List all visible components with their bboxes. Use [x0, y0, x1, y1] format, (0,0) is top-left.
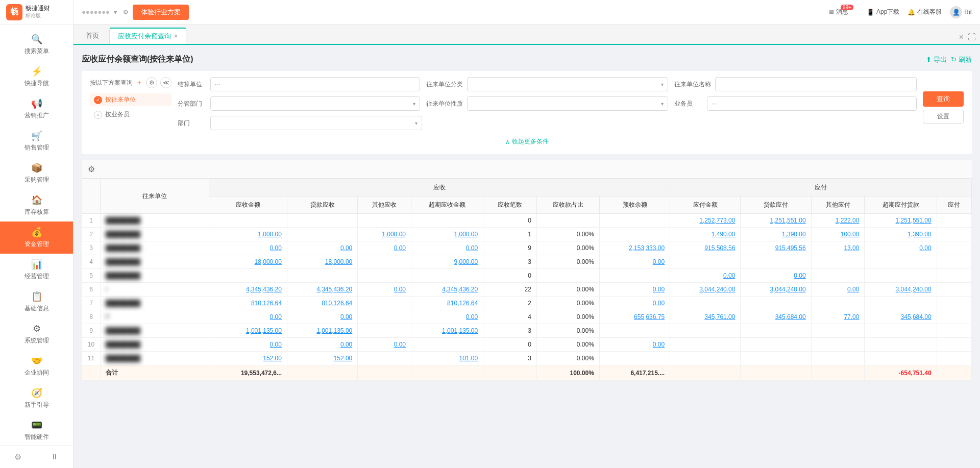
chevron-down-icon-4: ▾ [415, 120, 418, 126]
download-icon: 📱 [867, 9, 874, 16]
cell-yf_last [937, 241, 971, 255]
sidebar-item-purchase[interactable]: 📦 采购管理 [0, 157, 73, 189]
tab-close-icon[interactable]: × [174, 33, 178, 40]
table-row: 9████████1,001,135.001,001,135.001,001,1… [82, 324, 972, 338]
table-wrapper[interactable]: 往来单位 应收 应付 应收金额 贷款应收 其他应收 超期应收金额 应收笔数 应收… [82, 179, 972, 381]
cell-row-num: 3 [82, 241, 101, 255]
sidebar-item-system[interactable]: ⚙ 系统管理 [0, 318, 73, 350]
cell-ysy_ye [599, 352, 670, 365]
filter-option-by-partner[interactable]: ✓ 按往来单位 [90, 93, 172, 106]
cell-ys_zb: 0.00% [536, 228, 599, 241]
field-dept: 部门 ▾ [178, 116, 422, 130]
cell-qt_yf [811, 255, 865, 269]
cell-yf_je: 3,044,240.00 [670, 283, 741, 297]
online-service-button[interactable]: 🔔 在线客服 [908, 8, 942, 16]
footer-total: -654,751.40 [865, 365, 937, 381]
refresh-button[interactable]: ↻ 刷新 [951, 55, 972, 64]
cell-dk_ys: 810,126.64 [287, 297, 357, 310]
table-footer-row: 合计 19,553,472,6... 100.00% 6,417,215....… [82, 365, 972, 381]
top-bar-actions: ✉ 消息 99+ 📱 App下载 🔔 在线客服 👤 Rit [829, 6, 972, 18]
unit-category-input[interactable]: ▾ [467, 77, 669, 91]
dropdown-icon[interactable]: ▾ [114, 9, 117, 16]
collapse-button[interactable]: ∧ 收起更多条件 [90, 135, 964, 148]
table-container: ⚙ 往来单位 应收 应付 应收金额 贷款应收 其他应收 超期应收金额 [82, 160, 972, 381]
sidebar-item-marketing[interactable]: 📢 营销推广 [0, 93, 73, 125]
cell-dk_ys: 0.00 [287, 338, 357, 352]
cell-cq_yf: 1,390.00 [865, 228, 937, 241]
cell-dk_ys [287, 214, 357, 228]
settings-icon[interactable]: ⚙ [123, 9, 129, 16]
sidebar-item-enterprise[interactable]: 🤝 企业协同 [0, 350, 73, 382]
sidebar-item-inventory[interactable]: 🏠 库存核算 [0, 189, 73, 221]
cell-ys_zb [536, 269, 599, 283]
cell-dk_ys: 4,345,436.20 [287, 283, 357, 297]
user-button[interactable]: 👤 Rit [950, 6, 972, 18]
sidebar-item-search[interactable]: 🔍 搜索菜单 [0, 29, 73, 61]
th-cq-yf: 超期应付货款 [865, 196, 937, 214]
inventory-icon: 🏠 [31, 194, 42, 206]
sidebar-item-basic[interactable]: 📋 基础信息 [0, 286, 73, 318]
collapse-sidebar-icon[interactable]: ⏸ [51, 452, 59, 462]
set-button[interactable]: 设置 [923, 110, 964, 124]
footer-empty [82, 365, 101, 381]
cell-ys_bs: 0 [483, 214, 537, 228]
cell-dk_ys: 152.00 [287, 352, 357, 365]
sidebar-item-hardware[interactable]: 📟 智能硬件 [0, 414, 73, 446]
tab-fullscreen-icon[interactable]: ⛶ [968, 33, 976, 42]
dept-input[interactable]: ▾ [210, 116, 422, 130]
sidebar-item-operations[interactable]: 📊 经营管理 [0, 254, 73, 286]
sidebar-item-capital[interactable]: 💰 资金管理 [0, 221, 73, 254]
cell-partner: ████████ [101, 338, 209, 352]
table-settings-icon[interactable]: ⚙ [88, 164, 95, 174]
settings-bottom-icon[interactable]: ⚙ [14, 452, 21, 462]
operations-icon: 📊 [31, 259, 42, 270]
cell-qt_ys [358, 297, 411, 310]
trial-button[interactable]: 体验行业方案 [133, 5, 189, 20]
tab-close-all-icon[interactable]: × [959, 33, 964, 42]
cell-yf_last [937, 214, 971, 228]
th-ys-bs: 应收笔数 [483, 196, 537, 214]
service-icon: 🔔 [908, 9, 915, 16]
filter-tab-chevron-icon[interactable]: ≪ [160, 77, 172, 88]
query-button[interactable]: 查询 [923, 91, 964, 107]
cell-yf_last [937, 255, 971, 269]
th-group-payable: 应付 [670, 179, 972, 196]
add-filter-icon[interactable]: ＋ [136, 78, 143, 87]
unit-nature-input[interactable]: ▾ [467, 96, 669, 111]
sidebar-item-guide[interactable]: 🧭 新手引导 [0, 382, 73, 414]
sidebar-item-sales[interactable]: 🛒 销售管理 [0, 125, 73, 157]
cell-ysk_je: 4,345,436.20 [209, 283, 287, 297]
partner-icon: ✓ [94, 96, 102, 104]
cell-cq_yf [865, 269, 937, 283]
cell-partner: P [101, 310, 209, 324]
message-button[interactable]: ✉ 消息 99+ [829, 8, 848, 16]
filter-option-by-salesperson[interactable]: ○ 按业务员 [90, 108, 172, 121]
page-title: 应收应付余额查询(按往来单位) [82, 54, 193, 65]
sidebar-item-quicknav[interactable]: ⚡ 快捷导航 [0, 61, 73, 93]
filter-tab-settings-icon[interactable]: ⚙ [146, 77, 157, 88]
field-jiesuan-unit: 结算单位 [178, 77, 420, 91]
export-button[interactable]: ⬆ 导出 [926, 55, 947, 64]
footer-bs [483, 365, 537, 381]
cell-ys_zb: 0.00% [536, 338, 599, 352]
app-download-button[interactable]: 📱 App下载 [867, 8, 899, 16]
cell-ys_zb: 0.00% [536, 283, 599, 297]
cell-ysy_ye: 2,153,333.00 [599, 241, 670, 255]
cell-ysy_ye [599, 228, 670, 241]
th-partner: 往来单位 [101, 179, 209, 214]
jiesuan-unit-input[interactable] [210, 77, 420, 91]
tab-home[interactable]: 首页 [78, 28, 107, 44]
cell-ys_zb: 0.00% [536, 324, 599, 338]
fenge-dept-input[interactable]: ▾ [210, 96, 420, 111]
cell-ys_bs: 1 [483, 228, 537, 241]
table-row: 10████████0.000.000.0000.00%0.00 [82, 338, 972, 352]
unit-name-input[interactable] [715, 77, 917, 91]
salesperson-input[interactable] [707, 96, 917, 111]
tab-receivable-query[interactable]: 应收应付余额查询 × [109, 28, 186, 44]
cell-cq_ys: 9,000.00 [411, 255, 483, 269]
th-yf-last: 应付 [937, 196, 971, 214]
cell-partner: ████████ [101, 255, 209, 269]
th-dk-yf: 贷款应付 [741, 196, 811, 214]
cell-ysk_je: 18,000.00 [209, 255, 287, 269]
cell-ys_bs: 2 [483, 297, 537, 310]
